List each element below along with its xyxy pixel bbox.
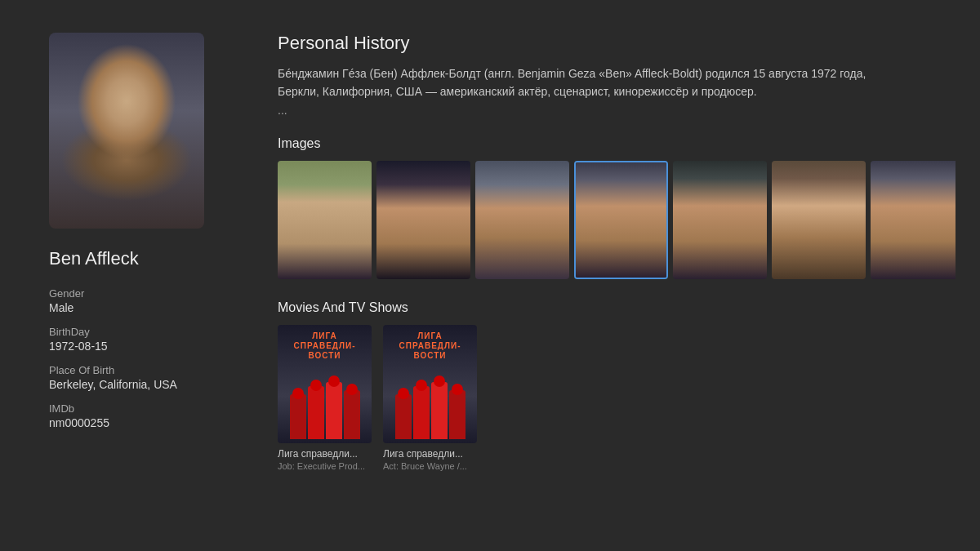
photo-face-placeholder (49, 33, 204, 229)
imdb-label: IMDb (49, 402, 204, 415)
image-thumb-4[interactable] (574, 161, 668, 279)
hero-3 (326, 382, 342, 439)
movie-poster-1: ЛИГА СПРАВЕДЛИ- ВОСТИ (278, 325, 372, 443)
movie-poster-2: ЛИГА СПРАВЕДЛИ- ВОСТИ (383, 325, 477, 443)
hero-2 (308, 386, 324, 439)
hero-7 (431, 382, 448, 439)
poster-inner-1: ЛИГА СПРАВЕДЛИ- ВОСТИ (278, 325, 372, 443)
poster-inner-2: ЛИГА СПРАВЕДЛИ- ВОСТИ (383, 325, 477, 443)
thumb-face-5 (673, 161, 767, 279)
birthplace-value: Berkeley, California, USA (49, 378, 204, 391)
person-name: Ben Affleck (49, 248, 204, 269)
hero-4 (344, 390, 360, 439)
gender-value: Male (49, 301, 204, 314)
poster-text-5: СПРАВЕДЛИ- (383, 341, 477, 350)
poster-text-2: СПРАВЕДЛИ- (278, 341, 372, 350)
image-thumb-7[interactable] (871, 161, 956, 279)
image-thumb-6[interactable] (772, 161, 866, 279)
birthday-value: 1972-08-15 (49, 340, 204, 353)
gender-label: Gender (49, 287, 204, 300)
poster-text-6: ВОСТИ (383, 351, 477, 360)
hero-6 (413, 386, 430, 439)
image-thumb-5[interactable] (673, 161, 767, 279)
movie-card-2[interactable]: ЛИГА СПРАВЕДЛИ- ВОСТИ Лига справедли... … (383, 325, 477, 471)
hero-shapes-1 (278, 358, 372, 439)
imdb-section: IMDb nm0000255 (49, 402, 204, 429)
poster-text-4: ЛИГА (383, 331, 477, 340)
bio-more: ... (278, 104, 956, 117)
movie-card-1[interactable]: ЛИГА СПРАВЕДЛИ- ВОСТИ Лига справедли... … (278, 325, 372, 471)
gender-section: Gender Male (49, 287, 204, 314)
hero-5 (395, 394, 412, 439)
image-thumb-1[interactable] (278, 161, 372, 279)
bio-text: Бéнджамин Гéза (Бен) Аффлек-Болдт (англ.… (278, 65, 898, 100)
left-panel: Ben Affleck Gender Male BirthDay 1972-08… (0, 0, 229, 551)
birthplace-label: Place Of Birth (49, 364, 204, 376)
images-row (278, 161, 956, 279)
poster-text-1: ЛИГА (278, 331, 372, 340)
images-title: Images (278, 136, 956, 151)
hero-shapes-2 (383, 358, 477, 439)
birthday-label: BirthDay (49, 326, 204, 338)
history-title: Personal History (278, 33, 956, 54)
movie-caption-main-1: Лига справедли... (278, 448, 372, 460)
thumb-face-2 (376, 161, 470, 279)
image-thumb-3[interactable] (475, 161, 569, 279)
hero-1 (290, 394, 306, 439)
birthday-section: BirthDay 1972-08-15 (49, 326, 204, 353)
movies-title: Movies And TV Shows (278, 300, 956, 315)
poster-text-3: ВОСТИ (278, 351, 372, 360)
thumb-face-7 (871, 161, 956, 279)
movie-caption-sub-2: Act: Bruce Wayne /... (383, 461, 477, 471)
birthplace-section: Place Of Birth Berkeley, California, USA (49, 364, 204, 391)
thumb-face-6 (772, 161, 866, 279)
hero-8 (449, 390, 466, 439)
image-thumb-2[interactable] (376, 161, 470, 279)
right-panel: Personal History Бéнджамин Гéза (Бен) Аф… (229, 0, 980, 551)
thumb-face-3 (475, 161, 569, 279)
movies-row: ЛИГА СПРАВЕДЛИ- ВОСТИ Лига справедли... … (278, 325, 956, 471)
movie-caption-sub-1: Job: Executive Prod... (278, 461, 372, 471)
thumb-face-1 (278, 161, 372, 279)
imdb-value: nm0000255 (49, 416, 204, 429)
profile-photo (49, 33, 204, 229)
movie-caption-main-2: Лига справедли... (383, 448, 477, 460)
thumb-face-4 (576, 162, 666, 278)
